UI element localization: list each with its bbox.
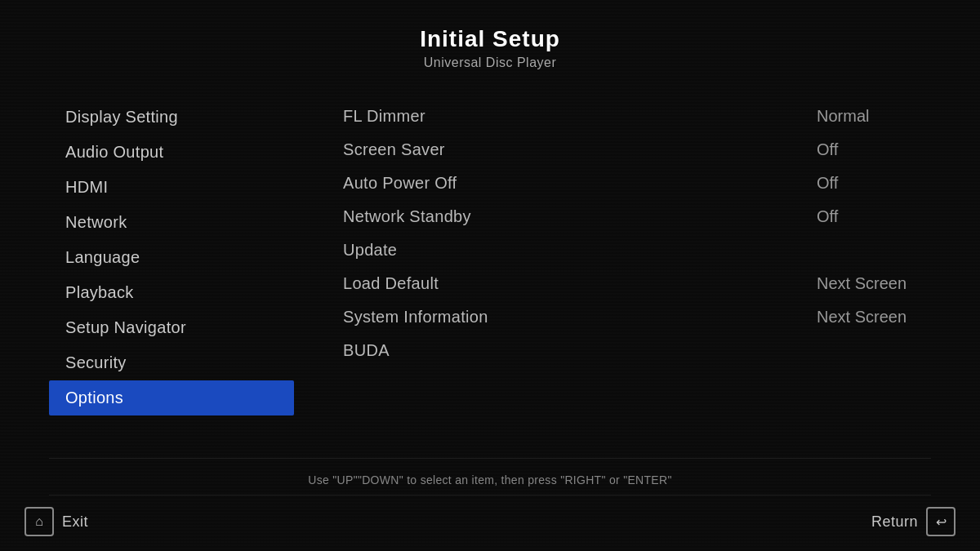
settings-value-fl-dimmer: Normal bbox=[800, 107, 931, 126]
settings-value-auto-power-off: Off bbox=[800, 174, 931, 193]
sidebar-item-network[interactable]: Network bbox=[49, 205, 294, 240]
settings-row-update[interactable]: Update bbox=[343, 233, 931, 267]
sidebar-item-options[interactable]: Options bbox=[49, 380, 294, 415]
exit-label: Exit bbox=[62, 513, 88, 531]
settings-value-network-standby: Off bbox=[800, 207, 931, 226]
main-content: Display SettingAudio OutputHDMINetworkLa… bbox=[0, 80, 980, 458]
settings-row-buda[interactable]: BUDA bbox=[343, 334, 931, 367]
sidebar-item-playback[interactable]: Playback bbox=[49, 275, 294, 310]
sidebar: Display SettingAudio OutputHDMINetworkLa… bbox=[49, 96, 294, 458]
settings-value-system-information: Next Screen bbox=[800, 308, 931, 327]
settings-row-network-standby[interactable]: Network StandbyOff bbox=[343, 200, 931, 233]
bottom-bar: ⌂ Exit Return ↩ bbox=[0, 495, 980, 551]
sidebar-item-language[interactable]: Language bbox=[49, 240, 294, 275]
sidebar-item-hdmi[interactable]: HDMI bbox=[49, 170, 294, 205]
settings-value-screen-saver: Off bbox=[800, 140, 931, 159]
sidebar-item-display-setting[interactable]: Display Setting bbox=[49, 100, 294, 135]
settings-label-update: Update bbox=[343, 241, 800, 260]
settings-row-load-default[interactable]: Load DefaultNext Screen bbox=[343, 267, 931, 300]
sidebar-item-security[interactable]: Security bbox=[49, 345, 294, 380]
settings-label-system-information: System Information bbox=[343, 308, 800, 327]
sidebar-item-audio-output[interactable]: Audio Output bbox=[49, 135, 294, 170]
sidebar-item-setup-navigator[interactable]: Setup Navigator bbox=[49, 310, 294, 345]
settings-label-buda: BUDA bbox=[343, 341, 800, 360]
home-icon: ⌂ bbox=[24, 507, 54, 536]
settings-label-auto-power-off: Auto Power Off bbox=[343, 174, 800, 193]
settings-label-load-default: Load Default bbox=[343, 274, 800, 293]
settings-row-auto-power-off[interactable]: Auto Power OffOff bbox=[343, 167, 931, 200]
page-subtitle: Universal Disc Player bbox=[0, 56, 980, 70]
exit-button[interactable]: ⌂ Exit bbox=[24, 507, 88, 536]
header: Initial Setup Universal Disc Player bbox=[0, 0, 980, 80]
settings-row-screen-saver[interactable]: Screen SaverOff bbox=[343, 133, 931, 167]
settings-value-load-default: Next Screen bbox=[800, 274, 931, 293]
settings-label-fl-dimmer: FL Dimmer bbox=[343, 107, 800, 126]
settings-panel: FL DimmerNormalScreen SaverOffAuto Power… bbox=[294, 96, 931, 458]
return-button[interactable]: Return ↩ bbox=[871, 507, 956, 536]
footer-hint: Use "UP""DOWN" to select an item, then p… bbox=[0, 459, 980, 495]
settings-row-system-information[interactable]: System InformationNext Screen bbox=[343, 300, 931, 334]
settings-label-screen-saver: Screen Saver bbox=[343, 140, 800, 159]
page-title: Initial Setup bbox=[0, 26, 980, 52]
return-label: Return bbox=[871, 513, 918, 531]
settings-label-network-standby: Network Standby bbox=[343, 207, 800, 226]
return-icon: ↩ bbox=[926, 507, 956, 536]
settings-row-fl-dimmer[interactable]: FL DimmerNormal bbox=[343, 100, 931, 133]
